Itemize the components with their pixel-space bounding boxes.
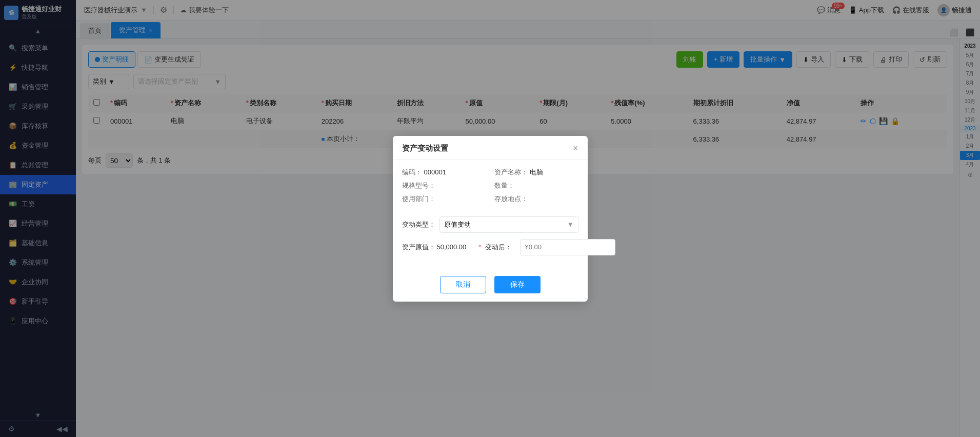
change-type-row: 变动类型： 原值变动 ▼ [402, 216, 578, 233]
info-name: 资产名称： 电脑 [494, 168, 578, 177]
change-type-value: 原值变动 [444, 220, 471, 229]
name-label: 资产名称： [494, 168, 528, 177]
change-type-dropdown-icon: ▼ [567, 221, 574, 228]
info-code: 编码： 000001 [402, 168, 486, 177]
modal-title: 资产变动设置 [402, 144, 448, 153]
change-type-select[interactable]: 原值变动 ▼ [439, 216, 578, 233]
change-type-label: 变动类型： [402, 220, 435, 229]
code-value: 000001 [424, 168, 446, 176]
modal-overlay[interactable]: 资产变动设置 × 编码： 000001 资产名称： 电脑 规格型号： 数 [0, 0, 980, 437]
modal-divider [402, 210, 578, 210]
modal-close-icon[interactable]: × [573, 143, 578, 154]
modal-body: 编码： 000001 资产名称： 电脑 规格型号： 数量： 使用部门： [393, 160, 588, 270]
original-value-display: 50,000.00 [437, 243, 467, 251]
after-change-input[interactable] [520, 239, 615, 255]
original-value-label: 资产原值： [402, 243, 433, 252]
save-button[interactable]: 保存 [494, 276, 541, 293]
info-quantity: 数量： [494, 181, 578, 190]
after-change-label: 变动后： [485, 243, 516, 252]
info-location: 存放地点： [494, 194, 578, 204]
modal-footer: 取消 保存 [393, 270, 588, 302]
modal-header: 资产变动设置 × [393, 136, 588, 160]
required-star: * [478, 243, 481, 251]
info-dept: 使用部门： [402, 194, 486, 204]
location-label: 存放地点： [494, 194, 528, 204]
save-label: 保存 [510, 280, 525, 289]
code-label: 编码： [402, 168, 422, 177]
cancel-label: 取消 [456, 280, 470, 289]
name-value: 电脑 [530, 168, 543, 177]
spec-label: 规格型号： [402, 181, 435, 190]
cancel-button[interactable]: 取消 [440, 276, 486, 293]
info-spec: 规格型号： [402, 181, 486, 190]
modal-info-grid: 编码： 000001 资产名称： 电脑 规格型号： 数量： 使用部门： [402, 168, 578, 204]
dept-label: 使用部门： [402, 194, 435, 204]
asset-change-modal: 资产变动设置 × 编码： 000001 资产名称： 电脑 规格型号： 数 [393, 136, 588, 302]
quantity-label: 数量： [494, 181, 514, 190]
value-row: 资产原值： 50,000.00 * 变动后： [402, 239, 578, 255]
